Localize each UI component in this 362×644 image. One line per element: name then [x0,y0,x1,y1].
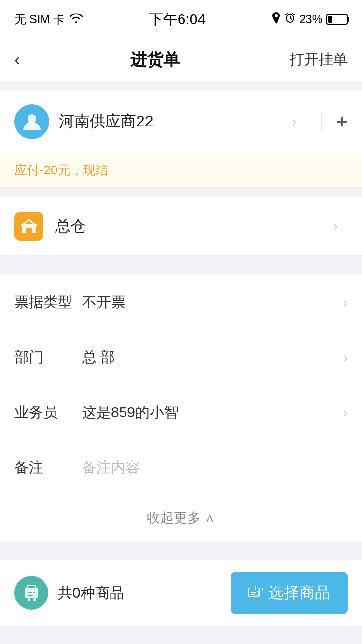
remark-row[interactable]: 备注 备注内容 [0,440,362,495]
select-product-button[interactable]: 选择商品 [231,572,348,614]
supplier-card: 河南供应商22 › + 应付-20元，现结 [0,91,362,188]
supplier-divider [321,112,322,131]
salesperson-row[interactable]: 业务员 这是859的小智 › [0,385,362,440]
salesperson-chevron-icon: › [343,405,348,420]
section-divider-2 [0,188,362,197]
supplier-avatar [14,104,49,139]
salesperson-value: 这是859的小智 [82,403,343,422]
form-section: 票据类型 不开票 › 部门 总 部 › 业务员 这是859的小智 › 备注 备注… [0,266,362,541]
status-left: 无 SIM 卡 [14,12,83,27]
bottom-bar: 共0种商品 选择商品 [0,560,362,626]
open-pending-button[interactable]: 打开挂单 [290,50,348,70]
remark-card: 备注 备注内容 [0,440,362,495]
invoice-type-label: 票据类型 [14,293,82,312]
cart-icon-circle [14,576,48,610]
svg-rect-4 [26,228,32,233]
nav-bar: ‹ 进货单 打开挂单 [0,39,362,81]
warehouse-name: 总仓 [55,216,334,237]
carrier-label: 无 SIM 卡 [14,12,65,27]
supplier-chevron-icon: › [292,114,296,129]
select-product-label: 选择商品 [268,582,330,603]
supplier-row[interactable]: 河南供应商22 › + [0,91,362,153]
svg-point-0 [275,14,278,17]
status-time: 下午6:04 [149,10,206,29]
remark-value[interactable]: 备注内容 [82,458,348,477]
department-chevron-icon: › [343,350,348,365]
battery-percent: 23% [299,13,322,26]
section-divider-1 [0,81,362,91]
department-row[interactable]: 部门 总 部 › [0,330,362,385]
status-bar: 无 SIM 卡 下午6:04 23% [0,0,362,39]
section-divider-3 [0,266,362,275]
back-button[interactable]: ‹ [14,50,20,70]
warehouse-row[interactable]: 总仓 › [0,197,362,256]
department-label: 部门 [14,348,82,367]
salesperson-card: 业务员 这是859的小智 › [0,385,362,440]
department-value: 总 部 [82,348,343,367]
section-divider-4 [0,541,362,550]
invoice-type-card: 票据类型 不开票 › [0,275,362,330]
invoice-type-chevron-icon: › [343,295,348,310]
warehouse-card: 总仓 › [0,197,362,256]
wifi-icon [70,13,83,26]
alarm-icon [285,13,295,26]
salesperson-label: 业务员 [14,403,82,422]
svg-point-7 [33,598,36,601]
page-title: 进货单 [130,49,180,71]
svg-point-6 [28,598,30,601]
product-count-label: 共0种商品 [58,583,221,603]
invoice-type-value: 不开票 [82,293,343,312]
location-icon [271,12,281,27]
battery-icon [326,14,348,25]
supplier-name: 河南供应商22 [59,111,282,132]
invoice-type-row[interactable]: 票据类型 不开票 › [0,275,362,330]
status-right: 23% [271,12,348,27]
notice-banner: 应付-20元，现结 [0,153,362,188]
warehouse-chevron-icon: › [334,219,338,234]
add-supplier-button[interactable]: + [336,111,348,133]
content-area [0,626,362,644]
remark-label: 备注 [14,458,82,477]
department-card: 部门 总 部 › [0,330,362,385]
warehouse-icon-circle [14,212,43,241]
collapse-bar[interactable]: 收起更多 ∧ [0,495,362,541]
